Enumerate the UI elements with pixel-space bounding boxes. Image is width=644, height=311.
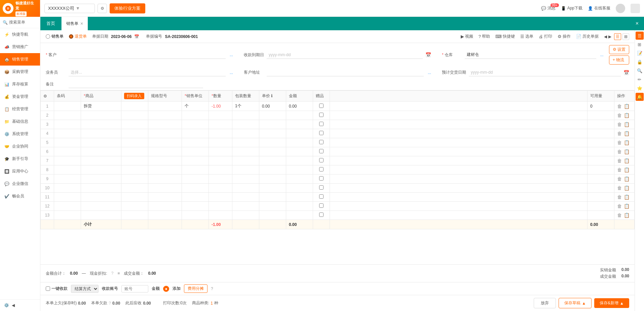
scan-btn[interactable]: 扫码录入 (124, 93, 144, 99)
barcode-1[interactable] (54, 102, 81, 111)
logistics-btn[interactable]: + 物流 (609, 55, 629, 65)
next-btn[interactable]: ▶ (608, 34, 611, 39)
right-tool-edit[interactable]: ✏ (636, 75, 644, 83)
copy-row-btn[interactable]: 📋 (624, 140, 630, 145)
right-tool-layout2[interactable]: ⊞ (636, 40, 644, 48)
delete-row-btn[interactable]: 🗑 (617, 185, 622, 191)
save-new-btn[interactable]: 保存&新增 ▲ (594, 298, 629, 308)
customer-input[interactable] (69, 51, 226, 59)
expense-help-icon[interactable]: ? (211, 286, 213, 291)
delete-row-btn[interactable]: 🗑 (617, 212, 622, 218)
delete-row-1-btn[interactable]: 🗑 (617, 104, 622, 109)
delete-row-btn[interactable]: 🗑 (617, 158, 622, 163)
pkg-qty-1[interactable]: 1个 (232, 102, 259, 111)
sidebar-item-operations[interactable]: 📋 经营管理 (0, 103, 40, 115)
history-btn[interactable]: 📄 历史单据 (575, 33, 600, 40)
salesperson-ellipsis[interactable]: ... (230, 70, 233, 75)
sidebar-item-enterprise[interactable]: 🤝 企业协同 (0, 140, 40, 153)
calendar-icon[interactable]: 📅 (134, 34, 139, 39)
salesperson-input[interactable] (69, 69, 226, 76)
copy-row-btn[interactable]: 📋 (624, 203, 630, 209)
radio-sales-input[interactable] (46, 34, 50, 39)
delete-row-btn[interactable]: 🗑 (617, 176, 622, 182)
app-download-btn[interactable]: 📱 App下载 (561, 5, 582, 11)
sidebar-item-inventory[interactable]: 📊 库存核算 (0, 78, 40, 90)
tab-close-btn[interactable]: × (80, 21, 83, 26)
print-btn[interactable]: 🖨 打印 (537, 33, 554, 40)
delete-row-btn[interactable]: 🗑 (617, 167, 622, 172)
tab-sales[interactable]: 销售单 × (62, 17, 88, 30)
right-tool-search[interactable]: 🔍 (636, 67, 644, 75)
product-1[interactable]: 拆货 (81, 102, 121, 111)
copy-row-btn[interactable]: 📋 (624, 131, 630, 136)
gift-checkbox-1[interactable] (319, 104, 324, 108)
prev-btn[interactable]: ◀ (604, 34, 607, 39)
delete-row-btn[interactable]: 🗑 (617, 122, 622, 127)
delete-row-btn[interactable]: 🗑 (617, 203, 622, 209)
shortcut-btn[interactable]: ⌨ 快捷键 (494, 33, 516, 40)
radio-return[interactable]: 退货单 (69, 34, 87, 39)
question-icon-discount[interactable]: ? (111, 271, 114, 276)
delivery-date-calendar-icon[interactable]: 📅 (623, 70, 629, 75)
sidebar-item-member[interactable]: ✔️ 畅会员 (0, 190, 40, 202)
copy-row-btn[interactable]: 📋 (624, 113, 630, 118)
close-all-btn[interactable]: × (630, 21, 644, 27)
unit-price-1[interactable]: 0.00 (259, 102, 286, 111)
customer-ellipsis[interactable]: ... (230, 52, 233, 57)
sidebar-item-sales[interactable]: 🏠 销售管理 (0, 53, 40, 66)
trial-btn[interactable]: 体验行业方案 (110, 3, 145, 13)
sidebar-item-app[interactable]: 🔲 应用中心 (0, 165, 40, 178)
warehouse-ellipsis[interactable]: ... (600, 52, 604, 57)
copy-row-btn[interactable]: 📋 (624, 185, 630, 191)
right-tool-note[interactable]: 📝 (636, 49, 644, 57)
sidebar-item-basic[interactable]: 📁 基础信息 (0, 115, 40, 128)
radio-return-input[interactable] (69, 34, 73, 39)
search-menu[interactable]: 🔍 搜索菜单 (0, 17, 40, 28)
delete-row-btn[interactable]: 🗑 (617, 149, 622, 154)
due-date-calendar-icon[interactable]: 📅 (425, 52, 431, 57)
right-tool-alert[interactable]: 🔔 (636, 93, 644, 101)
due-date-input[interactable] (267, 51, 423, 59)
sidebar-settings-btn[interactable]: ⚙️ ◀ (0, 300, 40, 311)
company-selector[interactable]: XXXXXX公司 ▼ (44, 4, 95, 13)
copy-row-btn[interactable]: 📋 (624, 194, 630, 200)
delete-row-btn[interactable]: 🗑 (617, 131, 622, 136)
sidebar-item-guide[interactable]: 🎓 新手引导 (0, 153, 40, 165)
video-btn[interactable]: ▶ 视频 (459, 33, 475, 40)
col-scan[interactable]: 扫码录入 (121, 91, 148, 102)
tab-home[interactable]: 首页 (40, 17, 62, 30)
message-btn[interactable]: 💬 消息 99+ (541, 5, 556, 11)
gift-1[interactable] (313, 102, 330, 111)
layout-list-btn[interactable]: ☰ (614, 33, 621, 40)
discard-btn[interactable]: 放弃 (534, 298, 556, 308)
sidebar-item-quick-nav[interactable]: ⚡ 快捷导航 (0, 28, 40, 41)
online-support-btn[interactable]: 👤 在线客服 (588, 5, 610, 11)
help-btn[interactable]: ? 帮助 (477, 33, 491, 40)
warehouse-input[interactable] (465, 51, 596, 59)
right-tool-layout1[interactable]: ☰ (636, 32, 644, 40)
add-payment-btn[interactable]: ● (163, 286, 169, 292)
customer-addr-input[interactable] (267, 69, 424, 76)
account-input[interactable] (121, 285, 148, 293)
draft-dropdown-icon[interactable]: ▲ (582, 301, 586, 306)
sidebar-item-marketing[interactable]: 📣 营销推广 (0, 41, 40, 53)
sidebar-item-wechat[interactable]: 💬 企业微信 (0, 178, 40, 190)
choose-btn[interactable]: ☰ 选单 (519, 33, 535, 40)
right-tool-star[interactable]: ⭐ (636, 84, 644, 92)
user-avatar[interactable] (616, 4, 625, 13)
sidebar-item-finance[interactable]: 💰 资金管理 (0, 90, 40, 103)
sidebar-item-purchase[interactable]: 📦 采购管理 (0, 66, 40, 78)
topbar-gear-btn[interactable]: ⚙ (98, 4, 107, 13)
save-dropdown-icon[interactable]: ▲ (620, 301, 624, 306)
copy-row-btn[interactable]: 📋 (624, 176, 630, 182)
settings-btn[interactable]: ⚙ 设置 (609, 45, 629, 54)
delete-row-btn[interactable]: 🗑 (617, 194, 622, 200)
copy-row-btn[interactable]: 📋 (624, 158, 630, 163)
delete-row-btn[interactable]: 🗑 (617, 113, 622, 118)
expense-split-btn[interactable]: 费用分摊 (184, 284, 207, 293)
spec-1[interactable] (148, 102, 182, 111)
layout-grid-btn[interactable]: ⊞ (622, 33, 629, 40)
save-draft-btn[interactable]: 保存草稿 ▲ (559, 298, 592, 308)
note-input[interactable] (69, 80, 203, 88)
radio-sales[interactable]: 销售单 (46, 34, 64, 39)
